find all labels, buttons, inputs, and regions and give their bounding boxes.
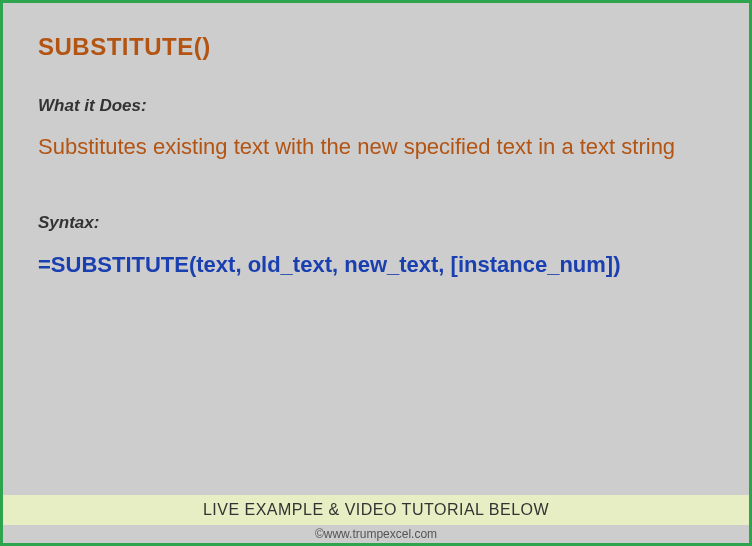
footer-band: LIVE EXAMPLE & VIDEO TUTORIAL BELOW: [3, 495, 749, 525]
syntax-label: Syntax:: [38, 213, 714, 233]
copyright-text: ©www.trumpexcel.com: [3, 527, 749, 543]
function-card: SUBSTITUTE() What it Does: Substitutes e…: [0, 0, 752, 546]
what-it-does-label: What it Does:: [38, 96, 714, 116]
card-content: SUBSTITUTE() What it Does: Substitutes e…: [3, 3, 749, 307]
function-description: Substitutes existing text with the new s…: [38, 126, 714, 168]
function-title: SUBSTITUTE(): [38, 33, 714, 61]
syntax-code: =SUBSTITUTE(text, old_text, new_text, [i…: [38, 243, 714, 287]
